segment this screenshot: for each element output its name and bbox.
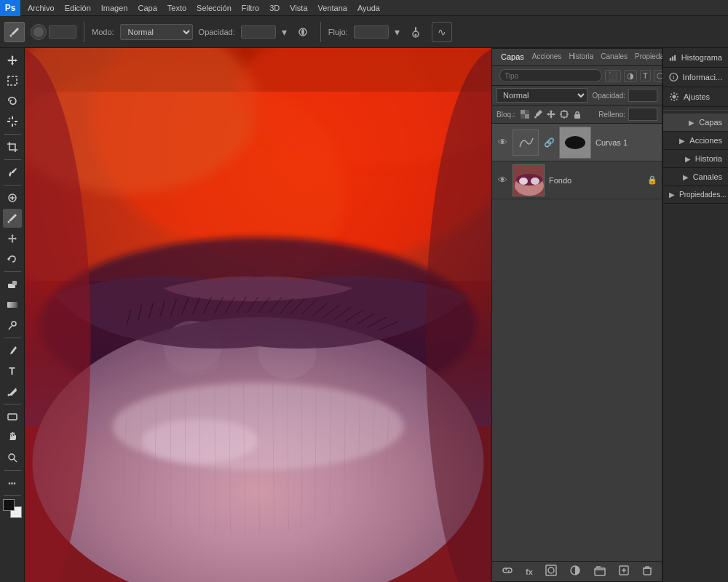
menu-archivo[interactable]: Archivo [23,2,59,14]
props-propiedad-section[interactable]: ▶ Propiedades... [663,186,728,204]
menu-seleccion[interactable]: Selección [192,2,236,14]
layer-filter-pixel-btn[interactable]: ⬛ [605,70,621,82]
lock-position-icon[interactable] [546,109,556,119]
tab-historia[interactable]: Historia [565,50,597,64]
mode-label: Modo: [92,28,114,36]
propiedad-section-label: Propiedades... [679,191,727,199]
layers-search-input[interactable] [499,69,602,82]
eraser-tool[interactable] [3,275,22,294]
blend-mode-dropdown[interactable]: Normal [496,88,587,103]
color-swatches[interactable] [3,499,22,518]
pressure-opacity-btn[interactable] [293,22,313,42]
layer-filter-adjust-btn[interactable]: ◑ [624,70,637,82]
layer-new-btn[interactable] [615,563,633,580]
layer-filter-type-btn[interactable]: T [640,70,651,81]
opacity-value-input[interactable]: 100% [628,89,657,102]
svg-rect-105 [644,568,651,575]
properties-side-panel: Histograma i Informaci... Ajustes ▶ Capa… [662,48,728,582]
layer-visibility-eye-2[interactable]: 👁 [496,175,508,186]
flow-label: Flujo: [328,28,348,36]
hand-tool[interactable] [3,428,22,447]
fill-value-input[interactable]: 100% [628,108,657,121]
zoom-tool[interactable] [3,448,22,467]
layer-group-btn[interactable] [591,563,609,580]
mode-dropdown[interactable]: Normal [120,24,193,40]
props-historia-section[interactable]: ▶ Historia [663,150,728,168]
layer-link-btn[interactable] [499,563,516,580]
sep-tool-6 [4,404,21,404]
layers-empty-space [492,343,662,562]
lock-all-icon[interactable] [572,109,582,119]
acciones-section-label: Acciones [689,136,722,145]
menu-ventana[interactable]: Ventana [314,2,352,14]
menu-edicion[interactable]: Edición [60,2,95,14]
more-tools[interactable]: ••• [3,474,22,493]
menu-texto[interactable]: Texto [163,2,191,14]
props-histograma[interactable]: Histograma [663,48,728,68]
historia-section-label: Historia [695,154,722,163]
eyedropper-tool[interactable] [3,163,22,182]
airbrush-btn[interactable] [405,22,426,42]
layer-adjustment-btn[interactable] [566,563,584,580]
menu-3d[interactable]: 3D [265,2,284,14]
tab-acciones[interactable]: Acciones [529,50,566,64]
menu-capa[interactable]: Capa [133,2,161,14]
svg-rect-8 [7,121,10,122]
svg-point-15 [12,322,16,326]
layer-type-icon-1 [513,129,539,156]
opacity-arrow[interactable]: ▾ [282,26,287,38]
menu-vista[interactable]: Vista [285,2,312,14]
layer-visibility-eye-1[interactable]: 👁 [496,137,508,148]
brush-tool[interactable] [3,209,22,228]
brush-tool-active[interactable] [4,22,25,42]
magic-wand-tool[interactable] [3,112,22,131]
smoothing-btn[interactable]: ∿ [432,22,452,42]
props-acciones-section[interactable]: ▶ Acciones [663,132,728,150]
layer-fx-btn[interactable]: fx [523,566,536,578]
props-ajustes[interactable]: Ajustes [663,87,728,107]
lock-transparent-icon[interactable] [520,109,530,119]
flow-input[interactable]: 100% [354,25,389,39]
layer-delete-btn[interactable] [639,564,655,579]
menu-filtro[interactable]: Filtro [237,2,264,14]
brush-size-input[interactable]: 900 [49,25,76,39]
layer-mask-btn[interactable] [542,563,560,580]
svg-rect-84 [525,110,529,114]
ajustes-icon [669,92,679,102]
flow-arrow[interactable]: ▾ [395,26,400,38]
rectangle-tool[interactable] [3,407,22,426]
dodge-tool[interactable] [3,316,22,335]
props-canales-section[interactable]: ▶ Canales [663,168,728,186]
brush-size-picker[interactable] [31,24,47,40]
sep-tool-8 [4,495,21,496]
layers-lock-row: Bloq.: [492,105,662,124]
svg-rect-87 [561,111,567,117]
canvas-area[interactable] [25,48,491,582]
lock-artboard-icon[interactable] [559,109,569,119]
clone-stamp-tool[interactable] [3,229,22,248]
layer-row-fondo[interactable]: 👁 Fondo 🔒 [492,162,662,199]
history-brush-tool[interactable] [3,250,22,268]
layer-chain-icon-1[interactable]: 🔗 [543,137,555,148]
move-tool[interactable] [3,51,22,70]
layer-name-1: Curvas 1 [596,138,657,147]
layer-row-curvas1[interactable]: 👁 🔗 Curvas 1 [492,124,662,162]
svg-point-99 [548,567,554,573]
svg-point-112 [673,95,676,99]
text-tool[interactable]: T [3,362,22,380]
pen-tool[interactable] [3,341,22,360]
rectangular-marquee-tool[interactable] [3,71,22,90]
menu-ayuda[interactable]: Ayuda [353,2,384,14]
tab-canales[interactable]: Canales [597,50,631,64]
props-capas-section[interactable]: ▶ Capas [663,113,728,132]
props-informacion[interactable]: i Informaci... [663,68,728,87]
tab-capas[interactable]: Capas [496,50,529,65]
path-select-tool[interactable] [3,382,22,401]
lock-image-icon[interactable] [533,109,543,119]
gradient-tool[interactable] [3,295,22,314]
opacity-input[interactable]: 100% [241,25,276,39]
lasso-tool[interactable] [3,92,22,111]
menu-imagen[interactable]: Imagen [97,2,132,14]
healing-brush-tool[interactable] [3,188,22,207]
crop-tool[interactable] [3,137,22,156]
